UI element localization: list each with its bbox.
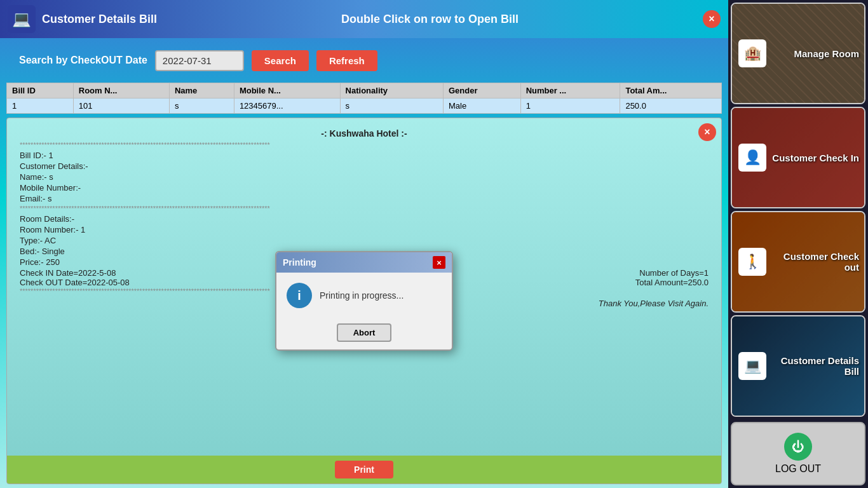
search-bar: Search by CheckOUT Date Search Refresh bbox=[0, 38, 728, 83]
check-in-icon: 👤 bbox=[738, 144, 766, 172]
title-bar-left: 💻 Customer Details Bill bbox=[8, 5, 157, 33]
col-name: Name bbox=[169, 83, 234, 98]
bill-area: × -: Kushwaha Hotel :- *****************… bbox=[6, 118, 722, 484]
main-window: 💻 Customer Details Bill Double Click on … bbox=[0, 0, 728, 488]
table-cell: Male bbox=[444, 98, 521, 114]
sidebar-check-in-label: Customer Check In bbox=[772, 152, 859, 163]
printing-message: Printing in progress... bbox=[320, 290, 403, 301]
sidebar-check-out-label: Customer Check out bbox=[770, 251, 859, 273]
app-title: Customer Details Bill bbox=[42, 13, 157, 26]
table-cell: s bbox=[340, 98, 443, 114]
table-cell: s bbox=[169, 98, 234, 114]
checkout-date-input[interactable] bbox=[155, 50, 244, 71]
logout-button[interactable]: ⏻ LOG OUT bbox=[731, 422, 865, 485]
title-bar: 💻 Customer Details Bill Double Click on … bbox=[0, 0, 728, 38]
printing-dialog-overlay: Printing × i Printing in progress... Abo… bbox=[7, 118, 721, 484]
manage-room-icon: 🏨 bbox=[738, 39, 766, 67]
table-cell: 1 bbox=[520, 98, 620, 114]
details-bill-icon: 💻 bbox=[738, 352, 766, 380]
printing-dialog-title-bar: Printing × bbox=[276, 252, 452, 273]
info-icon: i bbox=[287, 283, 312, 308]
printing-dialog-body: i Printing in progress... bbox=[276, 273, 452, 318]
col-bill-id: Bill ID bbox=[7, 83, 74, 98]
table-cell: 250.0 bbox=[620, 98, 722, 114]
col-mobile: Mobile N... bbox=[234, 83, 340, 98]
window-close-button[interactable]: × bbox=[703, 10, 721, 28]
refresh-button[interactable]: Refresh bbox=[316, 50, 377, 71]
table-cell: 101 bbox=[73, 98, 169, 114]
printing-dialog-title-text: Printing bbox=[283, 257, 316, 268]
sidebar-manage-room-label: Manage Room bbox=[794, 48, 859, 59]
window-title: Double Click on row to Open Bill bbox=[341, 13, 519, 26]
col-num-days: Number ... bbox=[520, 83, 620, 98]
logout-label: LOG OUT bbox=[775, 463, 821, 475]
abort-button[interactable]: Abort bbox=[337, 323, 392, 342]
check-out-icon: 🚶 bbox=[738, 248, 766, 276]
printing-dialog-close-button[interactable]: × bbox=[433, 256, 445, 269]
table-container: Bill ID Room N... Name Mobile N... Natio… bbox=[6, 83, 722, 114]
col-nationality: Nationality bbox=[340, 83, 443, 98]
sidebar-details-bill-label: Customer Details Bill bbox=[770, 355, 859, 377]
search-label: Search by CheckOUT Date bbox=[19, 55, 147, 66]
printing-dialog: Printing × i Printing in progress... Abo… bbox=[275, 251, 453, 351]
table-cell: 1 bbox=[7, 98, 74, 114]
table-cell: 12345679... bbox=[234, 98, 340, 114]
col-gender: Gender bbox=[444, 83, 521, 98]
sidebar-item-check-out[interactable]: 🚶 Customer Check out bbox=[731, 211, 865, 313]
table-header-row: Bill ID Room N... Name Mobile N... Natio… bbox=[7, 83, 722, 98]
search-button[interactable]: Search bbox=[252, 50, 309, 71]
sidebar-item-details-bill[interactable]: 💻 Customer Details Bill bbox=[731, 315, 865, 417]
logout-icon: ⏻ bbox=[784, 433, 812, 461]
bills-table: Bill ID Room N... Name Mobile N... Natio… bbox=[6, 83, 722, 114]
table-row[interactable]: 1101s12345679...sMale1250.0 bbox=[7, 98, 722, 114]
printing-dialog-footer: Abort bbox=[276, 318, 452, 349]
sidebar-item-manage-room[interactable]: 🏨 Manage Room bbox=[731, 3, 865, 104]
right-sidebar: 🏨 Manage Room 👤 Customer Check In 🚶 Cust… bbox=[728, 0, 868, 488]
sidebar-item-check-in[interactable]: 👤 Customer Check In bbox=[731, 107, 865, 208]
col-room-number: Room N... bbox=[73, 83, 169, 98]
app-icon: 💻 bbox=[8, 5, 36, 33]
col-total-amount: Total Am... bbox=[620, 83, 722, 98]
